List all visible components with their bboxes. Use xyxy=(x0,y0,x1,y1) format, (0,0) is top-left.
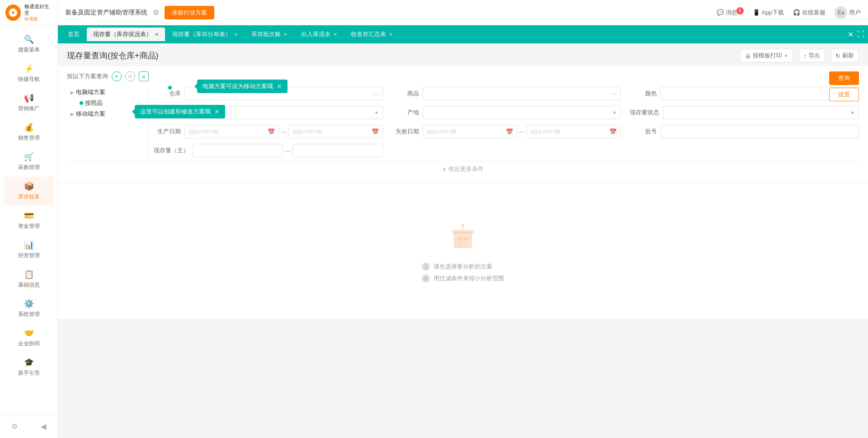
expire-date-range: yyyy-mm-dd 📅 — yyyy-mm-dd 📅 xyxy=(423,125,621,138)
mobile-scheme-item[interactable]: ▶ 移动端方案 xyxy=(67,108,142,119)
svg-rect-2 xyxy=(458,237,462,241)
expire-date-start-input[interactable]: yyyy-mm-dd 📅 xyxy=(423,125,517,138)
prod-date-end-input[interactable]: yyyy-mm-dd 📅 xyxy=(288,125,383,138)
main-content: 现存量查询(按仓库+商品) 🖨 按模板打印 ▼ ↑ 导出 ↻ 刷新 查询 设置 xyxy=(58,43,868,438)
basic-nav-icon: 📋 xyxy=(24,269,34,279)
expire-date-end-cal-icon: 📅 xyxy=(609,128,617,135)
system-name: 装备及固定资产辅助管理系统 xyxy=(65,9,147,17)
sidebar-item-sales[interactable]: 💰 销售管理 xyxy=(4,118,54,146)
expire-date-end-input[interactable]: yyyy-mm-dd 📅 xyxy=(527,125,621,138)
empty-state: 1 请先选择要分析的方案 2 用过滤条件来缩小分析范围 xyxy=(58,183,868,319)
sidebar-item-quick[interactable]: ⚡ 快捷导航 xyxy=(4,59,54,88)
settings-footer-btn[interactable]: ⚙ xyxy=(9,420,19,433)
desktop-scheme-sub-item[interactable]: 按照品 xyxy=(67,98,142,108)
desktop-scheme-item[interactable]: ▶ 电脑端方案 xyxy=(67,87,142,98)
search-nav-icon: 🔍 xyxy=(24,34,34,44)
filter-origin: 产地 ▼ xyxy=(392,106,621,119)
tabbar-end: ✕ ⛶ xyxy=(848,30,864,39)
origin-label: 产地 xyxy=(392,108,419,117)
system-gear-btn[interactable]: ⚙ xyxy=(153,8,159,17)
set-btn[interactable]: 设置 xyxy=(829,88,859,101)
size-arrow-icon: ▼ xyxy=(374,110,379,115)
filter-add-btn[interactable]: + xyxy=(112,71,122,81)
scheme-tree: ▶ 电脑端方案 按照品 ▶ 移动端方案 xyxy=(67,87,142,123)
batch-label: 批号 xyxy=(630,127,657,136)
export-btn[interactable]: ↑ 导出 xyxy=(799,49,826,62)
filter-label: 按以下方案查询 xyxy=(67,72,108,80)
warehouse-label: 仓库 xyxy=(154,89,181,98)
tab-close-inventory-dist[interactable]: ✕ xyxy=(234,32,238,38)
stock-sep: — xyxy=(285,147,291,154)
scheme-panel: ▶ 电脑端方案 按照品 ▶ 移动端方案 这里可以创建和修改方案哦 ✕ xyxy=(67,87,148,157)
status-input[interactable]: ▼ xyxy=(663,106,859,119)
prod-date-label: 生产日期 xyxy=(154,127,181,136)
tab-home[interactable]: 首页 xyxy=(61,28,86,41)
stock-range: — xyxy=(193,144,383,157)
tab-inout-flow[interactable]: 出入库流水 ✕ xyxy=(295,28,344,41)
message-action[interactable]: 💬 消息 6 xyxy=(717,9,744,17)
filter-copy-btn[interactable]: ⊙ xyxy=(125,71,135,81)
sidebar-item-purchase[interactable]: 🛒 采购管理 xyxy=(4,147,54,176)
filter-nav-btn[interactable]: « xyxy=(139,71,149,81)
sidebar-item-inventory[interactable]: 📦 库存核算 xyxy=(4,177,54,205)
tab-close-batch-ledger[interactable]: ✕ xyxy=(283,32,288,38)
goods-dots-btn[interactable]: ··· xyxy=(612,90,617,97)
empty-tips: 1 请先选择要分析的方案 2 用过滤条件来缩小分析范围 xyxy=(422,263,504,283)
tab-inventory-dist[interactable]: 现存量（库存分布表） ✕ xyxy=(166,28,244,41)
collapse-more-btn[interactable]: ∧ 收起更多条件 xyxy=(67,161,859,177)
user-action[interactable]: Ea 用户 xyxy=(835,6,861,19)
sidebar-item-operation[interactable]: 📊 经营管理 xyxy=(4,235,54,264)
color-label: 颜色 xyxy=(630,89,657,98)
tab-close-all-btn[interactable]: ✕ xyxy=(848,30,854,39)
sidebar-item-search[interactable]: 🔍 搜索菜单 xyxy=(4,30,54,58)
empty-state-icon xyxy=(445,219,481,255)
sidebar-item-marketing[interactable]: 📢 营销推广 xyxy=(4,89,54,117)
svg-point-6 xyxy=(462,224,464,226)
filter-area: 查询 设置 按以下方案查询 + ⊙ « 电脑方案可设为移动方案哦 ✕ ▶ xyxy=(58,66,868,182)
batch-input[interactable] xyxy=(660,125,859,138)
origin-arrow-icon: ▼ xyxy=(612,110,617,115)
expire-date-start-cal-icon: 📅 xyxy=(506,128,513,135)
dot-indicator xyxy=(168,86,172,89)
sidebar-item-company[interactable]: 🤝 企业协同 xyxy=(4,324,54,352)
stock-min-input[interactable] xyxy=(193,144,283,157)
sidebar-item-newbie[interactable]: 🎓 新手引导 xyxy=(4,353,54,381)
collapse-sidebar-btn[interactable]: ◀ xyxy=(39,420,48,433)
query-btn[interactable]: 查询 xyxy=(829,71,859,85)
app-download-action[interactable]: 📱 App下载 xyxy=(753,9,784,17)
tab-close-collect-report[interactable]: ✕ xyxy=(389,32,393,38)
tab-fullscreen-btn[interactable]: ⛶ xyxy=(857,30,864,38)
stock-max-input[interactable] xyxy=(292,144,383,157)
logo-text: 畅通道好生意 标准版 xyxy=(24,3,52,22)
logo-area: 畅通道好生意 标准版 xyxy=(0,0,57,25)
create-tooltip-close[interactable]: ✕ xyxy=(214,108,220,115)
tab-close-inventory-status[interactable]: ✕ xyxy=(155,32,159,38)
print-btn[interactable]: 🖨 按模板打印 ▼ xyxy=(740,49,793,62)
tab-inventory-status[interactable]: 现存量（库存状况表） ✕ xyxy=(87,28,165,41)
warehouse-dots-btn[interactable]: ··· xyxy=(373,90,379,97)
tree-expand-icon: ▶ xyxy=(71,90,74,95)
tab-batch-ledger[interactable]: 库存批次账 ✕ xyxy=(245,28,294,41)
goods-input[interactable]: ··· xyxy=(423,87,621,100)
tab-collect-report[interactable]: 收发存汇总表 ✕ xyxy=(344,28,399,41)
sidebar-item-basic[interactable]: 📋 基础信息 xyxy=(4,265,54,293)
industry-btn[interactable]: 体验行业方案 xyxy=(165,6,214,19)
stock-label: 现存量（主） xyxy=(154,146,189,155)
filter-expire-date: 失效日期 yyyy-mm-dd 📅 — yyyy-mm-dd 📅 xyxy=(392,125,621,138)
sales-nav-icon: 💰 xyxy=(24,122,34,132)
origin-input[interactable]: ▼ xyxy=(423,106,621,119)
refresh-btn[interactable]: ↻ 刷新 xyxy=(830,49,859,62)
sidebar-item-finance[interactable]: 💳 资金管理 xyxy=(4,206,54,235)
svg-rect-3 xyxy=(464,237,468,241)
scheme-tooltip-close[interactable]: ✕ xyxy=(277,83,282,90)
prod-date-start-cal-icon: 📅 xyxy=(268,128,275,135)
export-icon: ↑ xyxy=(804,52,807,59)
user-avatar: Ea xyxy=(835,6,847,19)
sidebar-item-system[interactable]: ⚙️ 系统管理 xyxy=(4,294,54,323)
prod-date-start-input[interactable]: yyyy-mm-dd 📅 xyxy=(184,125,279,138)
filter-stock: 现存量（主） — xyxy=(154,144,383,157)
support-action[interactable]: 🎧 在线客服 xyxy=(793,9,826,17)
empty-tip-2: 2 用过滤条件来缩小分析范围 xyxy=(422,274,504,283)
filter-batch: 批号 xyxy=(630,125,859,138)
tab-close-inout-flow[interactable]: ✕ xyxy=(333,32,337,38)
